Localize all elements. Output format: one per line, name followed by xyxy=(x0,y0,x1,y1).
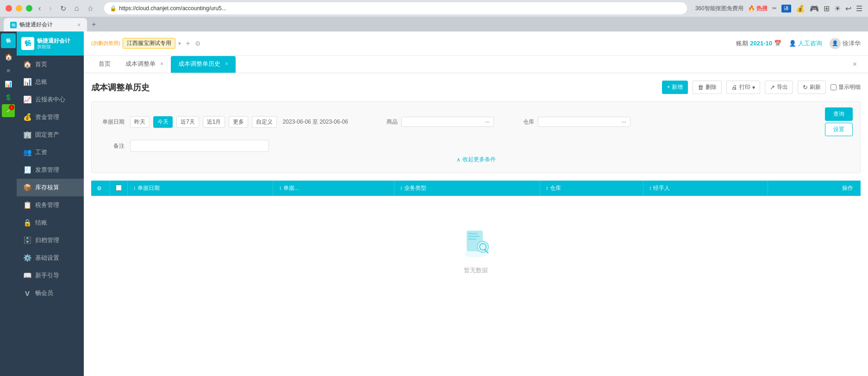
export-btn[interactable]: ↗ 导出 xyxy=(765,81,793,94)
tab-favicon: 畅 xyxy=(10,22,17,28)
new-tab-btn[interactable]: + xyxy=(88,18,100,31)
close-all-tabs-btn[interactable]: × xyxy=(849,59,861,69)
query-btn[interactable]: 查询 xyxy=(825,107,853,121)
rail-home-icon[interactable]: 🏠 xyxy=(2,50,15,63)
tab-home[interactable]: 首页 xyxy=(91,56,118,73)
sidebar-item-archive[interactable]: 🗄️ 归档管理 xyxy=(17,232,84,249)
sidebar-item-salary[interactable]: 👥 工资 xyxy=(17,144,84,161)
sidebar-item-reports[interactable]: 📈 云报表中心 xyxy=(17,91,84,108)
browser-close-btn[interactable] xyxy=(6,5,12,12)
svg-rect-3 xyxy=(468,236,480,237)
th-date[interactable]: ↕ 单据日期 xyxy=(127,181,273,196)
th-biz-type[interactable]: ↕ 业务类型 xyxy=(394,181,540,196)
sidebar-item-tax[interactable]: 📋 税务管理 xyxy=(17,196,84,214)
browser-bookmark-btn[interactable]: ☆ xyxy=(85,3,96,14)
delete-btn[interactable]: 🗑 删除 xyxy=(693,81,722,94)
settings-small-icon[interactable]: ⚙ xyxy=(195,40,201,47)
filter-today-btn[interactable]: 今天 xyxy=(153,116,173,128)
browser-max-btn[interactable] xyxy=(26,5,32,12)
tab-home-label: 首页 xyxy=(99,60,111,68)
brightness-icon[interactable]: ☀ xyxy=(834,4,841,13)
show-detail-checkbox[interactable]: 显示明细 xyxy=(831,83,861,91)
th-biz-type-label: ↕ 业务类型 xyxy=(400,185,426,191)
th-settings[interactable]: ⚙ xyxy=(91,181,110,196)
ledger-nav-icon: 📊 xyxy=(23,78,31,86)
browser-back-btn[interactable]: ‹ xyxy=(36,3,43,13)
tab-cost-adjust-label: 成本调整单 xyxy=(125,60,156,68)
sidebar-item-vip[interactable]: V 畅会员 xyxy=(17,284,84,302)
th-number[interactable]: ↕ 单据... xyxy=(273,181,394,196)
warehouse-label: 仓库 xyxy=(509,118,534,126)
tab-cost-adjust-history[interactable]: 成本调整单历史 × xyxy=(171,56,236,73)
column-settings-icon[interactable]: ⚙ xyxy=(97,185,102,192)
th-warehouse-label: ↕ 仓库 xyxy=(546,185,561,191)
app-logo-icon: 畅 xyxy=(1,33,16,48)
new-btn[interactable]: + 新增 xyxy=(662,81,688,94)
sidebar-item-inventory[interactable]: 📦 库存核算 xyxy=(17,179,84,196)
browser-tab[interactable]: 畅 畅捷通好会计 × xyxy=(4,18,87,31)
account-name[interactable]: 江西服宝测试专用 xyxy=(123,38,175,49)
remark-input[interactable] xyxy=(130,140,269,152)
sidebar-item-fixed[interactable]: 🏢 固定资产 xyxy=(17,126,84,144)
warehouse-select[interactable]: ··· xyxy=(538,117,631,127)
filter-last7days-btn[interactable]: 近7天 xyxy=(176,116,199,128)
sidebar-item-funds[interactable]: 💰 资金管理 xyxy=(17,108,84,126)
rail-chart-icon[interactable]: 📊 xyxy=(2,77,15,90)
wallet-icon[interactable]: 💰 xyxy=(796,4,805,13)
filter-settings-btn[interactable]: 设置 xyxy=(825,123,853,136)
filter-yesterday-btn[interactable]: 昨天 xyxy=(130,116,150,128)
salary-nav-icon: 👥 xyxy=(23,148,31,157)
refresh-btn[interactable]: ↻ 刷新 xyxy=(798,81,826,94)
browser-min-btn[interactable] xyxy=(16,5,22,12)
header-right: 账期 2021-10 📅 👤 人工咨询 👤 徐泽华 xyxy=(736,38,861,49)
undo-icon[interactable]: ↩ xyxy=(845,4,851,13)
sidebar-item-settings[interactable]: ⚙️ 基础设置 xyxy=(17,249,84,267)
home-nav-icon: 🏠 xyxy=(23,60,31,69)
sidebar-item-guide[interactable]: 📖 新手引导 xyxy=(17,267,84,284)
add-account-btn[interactable]: + xyxy=(184,38,192,49)
print-btn[interactable]: 🖨 打印 ▾ xyxy=(726,81,760,94)
th-warehouse[interactable]: ↕ 仓库 xyxy=(540,181,643,196)
period-selector[interactable]: 账期 2021-10 📅 xyxy=(736,39,781,48)
nav-ledger-label: 总账 xyxy=(35,78,47,86)
account-tag: (勿删勿禁用) 江西服宝测试专用 ▾ + ⚙ xyxy=(91,38,201,49)
user-menu[interactable]: 👤 徐泽华 xyxy=(830,38,861,49)
sidebar-item-home[interactable]: 🏠 首页 xyxy=(17,56,84,73)
period-value: 2021-10 xyxy=(750,40,772,47)
date-filter-btns: 昨天 今天 近7天 近1月 更多 自定义 2023-06-06 至 2023-0… xyxy=(130,116,348,128)
show-detail-input[interactable] xyxy=(831,84,837,90)
tab-cost-adjust-close[interactable]: × xyxy=(160,61,163,67)
rail-fund-icon[interactable]: 💲 xyxy=(2,91,15,104)
browser-forward-btn[interactable]: › xyxy=(47,3,54,13)
grid-icon[interactable]: ⊞ xyxy=(824,4,830,13)
th-checkbox[interactable] xyxy=(110,181,127,196)
invoice-nav-icon: 🧾 xyxy=(23,166,31,174)
tab-cost-adjust-history-close[interactable]: × xyxy=(225,61,228,67)
content-tabs: 首页 成本调整单 × 成本调整单历史 × × xyxy=(84,56,868,73)
account-dropdown-icon[interactable]: ▾ xyxy=(178,40,181,47)
select-all-checkbox[interactable] xyxy=(116,185,122,191)
menu-icon[interactable]: ☰ xyxy=(856,4,862,13)
filter-more-btn[interactable]: 更多 xyxy=(229,116,248,128)
sidebar-item-closing[interactable]: 🔒 结账 xyxy=(17,214,84,232)
scissors-icon[interactable]: ✂ xyxy=(772,5,777,12)
sidebar-item-invoice[interactable]: 🧾 发票管理 xyxy=(17,161,84,179)
th-operator[interactable]: ↕ 经手人 xyxy=(643,181,768,196)
address-bar[interactable]: 🔒 https://cloud.chanjet.com/accounting/u… xyxy=(104,2,687,14)
tab-cost-adjust[interactable]: 成本调整单 × xyxy=(118,56,171,73)
game-icon[interactable]: 🎮 xyxy=(810,4,819,13)
rail-ledger-icon[interactable]: ≡ xyxy=(2,64,15,77)
calendar-icon[interactable]: 📅 xyxy=(774,40,781,47)
service-btn[interactable]: 👤 人工咨询 xyxy=(789,39,822,48)
tab-close-icon[interactable]: × xyxy=(77,22,81,28)
filter-custom-btn[interactable]: 自定义 xyxy=(252,116,277,128)
username-text: 徐泽华 xyxy=(843,39,861,48)
collapse-btn[interactable]: ∧ 收起更多条件 xyxy=(456,156,496,163)
browser-home-btn[interactable]: ⌂ xyxy=(72,3,81,13)
translate-icon[interactable]: 译 xyxy=(781,5,791,13)
sidebar-item-ledger[interactable]: 📊 总账 xyxy=(17,73,84,91)
browser-reload-btn[interactable]: ↻ xyxy=(58,3,69,14)
rail-active-icon[interactable]: ✓ ! xyxy=(2,104,15,117)
product-select[interactable]: ··· xyxy=(401,117,494,127)
filter-last1month-btn[interactable]: 近1月 xyxy=(203,116,225,128)
